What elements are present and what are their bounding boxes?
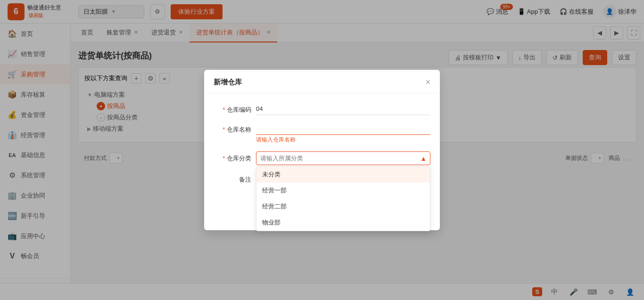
- dropdown-item-dept2[interactable]: 经营二部: [256, 199, 430, 215]
- dialog-header: 新增仓库 ×: [204, 70, 440, 93]
- code-row: * 仓库编码: [214, 103, 430, 115]
- category-input[interactable]: [256, 151, 430, 165]
- dropdown-item-dept1[interactable]: 经营一部: [256, 183, 430, 199]
- note-label: 备注: [214, 173, 251, 184]
- dialog-close-button[interactable]: ×: [425, 77, 430, 87]
- dropdown-item-dept3[interactable]: 物业部: [256, 215, 430, 231]
- code-label: * 仓库编码: [214, 103, 251, 114]
- name-row: * 仓库名称 请输入仓库名称: [214, 123, 430, 144]
- modal-overlay: 新增仓库 × * 仓库编码 * 仓库名称: [0, 0, 644, 300]
- code-input[interactable]: [256, 103, 430, 115]
- name-error-message: 请输入仓库名称: [256, 136, 430, 144]
- dialog-title: 新增仓库: [214, 78, 242, 87]
- dialog-body: * 仓库编码 * 仓库名称 请输入仓库名称: [204, 93, 440, 202]
- category-label: * 仓库分类: [214, 151, 251, 163]
- category-field: ▲ 未分类 经营一部 经营二部 物业部: [256, 151, 430, 165]
- name-input[interactable]: [256, 123, 430, 135]
- name-label: * 仓库名称: [214, 123, 251, 134]
- category-row: * 仓库分类 ▲ 未分类 经营一部 经营二部 物业部: [214, 151, 430, 165]
- category-select-wrap: ▲ 未分类 经营一部 经营二部 物业部: [256, 151, 430, 165]
- new-warehouse-dialog: 新增仓库 × * 仓库编码 * 仓库名称: [204, 70, 440, 230]
- category-arrow-icon[interactable]: ▲: [420, 155, 427, 162]
- name-field: 请输入仓库名称: [256, 123, 430, 144]
- code-field: [256, 103, 430, 115]
- dropdown-item-unclassified[interactable]: 未分类: [256, 167, 430, 183]
- category-dropdown: 未分类 经营一部 经营二部 物业部: [256, 166, 430, 231]
